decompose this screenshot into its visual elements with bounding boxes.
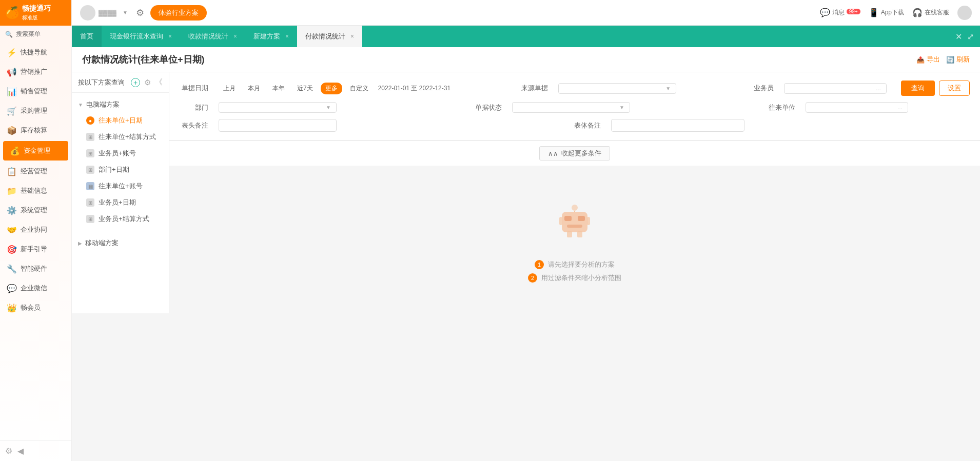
staff-label: 业务员 [745, 84, 774, 93]
scheme-item-counterpart-settle[interactable]: ⊞ 往来单位+结算方式 [72, 129, 169, 145]
counterpart-label: 往来单位 [767, 103, 795, 112]
tab-bank-flow[interactable]: 现金银行流水查询 × [102, 26, 180, 47]
scheme-add-icon[interactable]: + [131, 78, 140, 87]
sidebar-settings-icon[interactable]: ⚙ [5, 446, 12, 456]
scheme-item-staff-settle[interactable]: ⊞ 业务员+结算方式 [72, 211, 169, 227]
scheme-item-staff-account[interactable]: ⊞ 业务员+账号 [72, 145, 169, 162]
date-option-last-month[interactable]: 上月 [219, 83, 240, 94]
layout-wrapper: 按以下方案查询 + ⚙ 《 ▼ 电脑端方案 ● 往来单位+日期 [72, 72, 980, 313]
sidebar-item-system[interactable]: ⚙️ 系统管理 [0, 201, 71, 220]
online-service-btn[interactable]: 🎧 在线客服 [912, 8, 949, 17]
topbar-user-avatar[interactable] [957, 6, 972, 20]
tab-new-scheme-close[interactable]: × [285, 33, 289, 40]
sidebar-item-basic[interactable]: 📁 基础信息 [0, 181, 71, 201]
filter-panel: 单据日期 上月 本月 本年 近7天 更多 自定义 2022-01-01 至 20… [169, 72, 980, 141]
sidebar-item-inventory[interactable]: 📦 库存核算 [0, 121, 71, 140]
scheme-settings-icon[interactable]: ⚙ [144, 78, 151, 87]
table-body-input[interactable] [611, 119, 744, 132]
voucher-status-label: 单据状态 [473, 103, 502, 112]
empty-hint-2: 2 用过滤条件来缩小分析范围 [528, 273, 621, 283]
sidebar-item-sales[interactable]: 📊 销售管理 [0, 82, 71, 101]
scheme-item-counterpart-date[interactable]: ● 往来单位+日期 [72, 112, 169, 129]
tab-receipt-stats[interactable]: 收款情况统计 × [180, 26, 245, 47]
voucher-status-select[interactable]: ▼ [512, 102, 630, 113]
tab-receipt-stats-close[interactable]: × [233, 33, 237, 40]
tab-bank-flow-close[interactable]: × [168, 33, 172, 40]
scheme-header-actions: + ⚙ 《 [131, 77, 163, 87]
scheme-item-dept-date[interactable]: ⊞ 部门+日期 [72, 162, 169, 178]
page-header-actions: 📤 导出 🔄 刷新 [916, 55, 970, 64]
counterpart-select[interactable]: … [806, 102, 908, 113]
user-name: ▓▓▓▓ [99, 9, 116, 16]
scheme-pc-title[interactable]: ▼ 电脑端方案 [72, 97, 169, 112]
scheme-item-staff-date[interactable]: ⊞ 业务员+日期 [72, 194, 169, 211]
table-header-input[interactable] [219, 119, 337, 132]
topbar-settings-icon[interactable]: ⚙ [136, 7, 144, 18]
sidebar-item-member[interactable]: 👑 畅会员 [0, 298, 71, 317]
date-option-this-year[interactable]: 本年 [268, 83, 289, 94]
dept-select[interactable]: ▼ [219, 102, 337, 113]
scheme-pc-section: ▼ 电脑端方案 ● 往来单位+日期 ⊞ 往来单位+结算方式 ⊞ 业务员+账号 [72, 93, 169, 231]
table-header-label: 表头备注 [180, 121, 208, 130]
sidebar-item-finance[interactable]: 💰 资金管理 [3, 141, 68, 161]
sidebar-item-quick-nav[interactable]: ⚡ 快捷导航 [0, 43, 71, 62]
filter-row-2: 部门 ▼ 单据状态 ▼ 往来单位 [180, 102, 970, 113]
scheme-mobile-title[interactable]: ▶ 移动端方案 [72, 235, 169, 251]
tab-payment-stats[interactable]: 付款情况统计 × [297, 26, 362, 47]
sidebar-collapse-icon[interactable]: ◀ [17, 446, 24, 456]
sidebar-item-label: 畅会员 [21, 303, 41, 312]
empty-state: 1 请先选择要分析的方案 2 用过滤条件来缩小分析范围 [169, 166, 980, 313]
sales-icon: 📊 [7, 87, 16, 96]
refresh-btn[interactable]: 🔄 刷新 [946, 55, 970, 64]
basic-icon: 📁 [7, 186, 16, 195]
date-option-more[interactable]: 更多 [321, 83, 342, 94]
counterpart-arrow-icon: … [897, 105, 903, 110]
tab-payment-stats-label: 付款情况统计 [305, 32, 345, 41]
sidebar-item-purchase[interactable]: 🛒 采购管理 [0, 101, 71, 121]
scheme-header: 按以下方案查询 + ⚙ 《 [72, 72, 169, 93]
sidebar-item-label: 销售管理 [21, 87, 47, 96]
query-btn[interactable]: 查询 [901, 81, 935, 96]
sidebar-item-operation[interactable]: 📋 经营管理 [0, 162, 71, 181]
source-select[interactable]: ▼ [558, 83, 676, 94]
source-label: 来源单据 [519, 84, 548, 93]
sidebar-item-wechat[interactable]: 💬 企业微信 [0, 278, 71, 298]
trial-btn[interactable]: 体验行业方案 [150, 5, 207, 21]
export-btn[interactable]: 📤 导出 [916, 55, 940, 64]
hint-num-1: 1 [535, 260, 544, 269]
date-option-this-month[interactable]: 本月 [243, 83, 265, 94]
sidebar-item-enterprise[interactable]: 🤝 企业协同 [0, 220, 71, 239]
table-body-label: 表体备注 [572, 121, 601, 130]
scheme-item-icon: ⊞ [86, 133, 94, 141]
date-option-custom[interactable]: 自定义 [345, 83, 373, 94]
filter-settings-btn[interactable]: 设置 [939, 81, 970, 96]
quick-nav-icon: ⚡ [7, 48, 16, 57]
tab-payment-stats-close[interactable]: × [350, 33, 354, 40]
scheme-item-counterpart-account[interactable]: ▦ 往来单位+账号 [72, 178, 169, 194]
enterprise-icon: 🤝 [7, 225, 16, 234]
staff-select[interactable]: … [784, 83, 887, 94]
date-option-7days[interactable]: 近7天 [292, 83, 318, 94]
scheme-item-label: 往来单位+账号 [99, 182, 143, 191]
sidebar-item-label: 基础信息 [21, 186, 47, 195]
search-menu[interactable]: 🔍 搜索菜单 [0, 26, 71, 43]
tab-home[interactable]: 首页 [72, 26, 102, 47]
sidebar-item-hardware[interactable]: 🔧 智能硬件 [0, 259, 71, 278]
collapse-conditions-btn[interactable]: ∧∧ 收起更多条件 [539, 146, 610, 161]
guide-icon: 🎯 [7, 245, 16, 254]
sidebar-item-marketing[interactable]: 📢 营销推广 [0, 62, 71, 82]
app-download-btn[interactable]: 📱 App下载 [869, 8, 904, 17]
svg-point-8 [572, 205, 578, 211]
scheme-collapse-icon[interactable]: 《 [155, 77, 163, 87]
topbar-dropdown-icon[interactable]: ▼ [123, 10, 128, 15]
tab-new-scheme-label: 新建方案 [253, 32, 280, 41]
notifications-btn[interactable]: 💬 消息 99+ [820, 8, 860, 17]
sidebar-item-guide[interactable]: 🎯 新手引导 [0, 239, 71, 259]
tab-maximize-icon[interactable]: ⤢ [967, 32, 974, 42]
collapse-bar: ∧∧ 收起更多条件 [169, 141, 980, 166]
sidebar-item-label: 新手引导 [21, 245, 47, 254]
tab-new-scheme[interactable]: 新建方案 × [245, 26, 297, 47]
message-icon: 💬 [820, 8, 830, 17]
tab-close-all-icon[interactable]: ✕ [955, 32, 962, 42]
staff-arrow-icon: … [876, 86, 881, 91]
